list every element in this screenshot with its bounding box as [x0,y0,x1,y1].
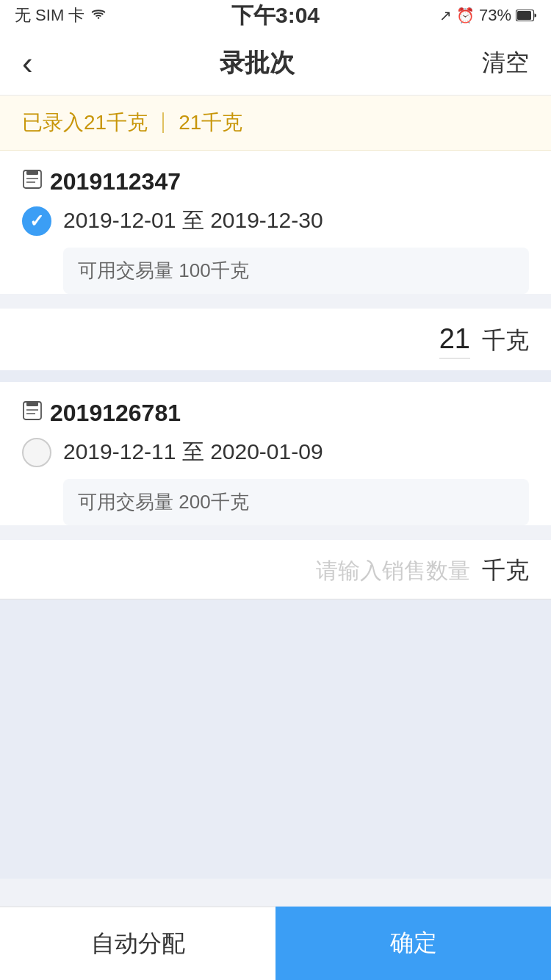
summary-divider [162,112,164,133]
batch-2-qty-placeholder: 请输入销售数量 [316,556,470,586]
batch-1-available: 可用交易量 100千克 [63,248,529,294]
battery-percent: 73% [479,6,511,25]
batch-2-radio[interactable] [22,438,51,467]
batch-1-qty-row: 21 千克 [0,309,551,370]
batch-1-date: 2019-12-01 至 2019-12-30 [63,206,323,236]
batch-card-2: 2019126781 2019-12-11 至 2020-01-09 可用交易量… [0,382,551,525]
svg-rect-1 [517,11,531,20]
batch-1-id: 2019112347 [50,168,181,195]
bottom-bar: 自动分配 确定 [0,907,551,980]
status-right: ↗ ⏰ 73% [439,5,536,26]
status-time: 下午3:04 [231,0,320,31]
batch-2-qty-unit: 千克 [482,555,529,587]
batch-1-date-row[interactable]: 2019-12-01 至 2019-12-30 [22,206,529,236]
card-divider-1 [0,370,551,382]
wifi-icon [90,6,107,25]
svg-rect-7 [26,402,38,406]
svg-rect-3 [26,170,38,175]
auto-distribute-button[interactable]: 自动分配 [0,907,276,980]
confirm-button[interactable]: 确定 [276,907,551,980]
alarm-icon: ⏰ [456,7,475,24]
page-title: 录批次 [220,46,295,80]
batch-2-id: 2019126781 [50,400,181,427]
nav-bar: ‹ 录批次 清空 [0,31,551,96]
status-bar: 无 SIM 卡 下午3:04 ↗ ⏰ 73% [0,0,551,31]
batch-1-icon [22,169,43,195]
batch-1-radio[interactable] [22,206,51,236]
batch-2-header: 2019126781 [22,400,529,427]
gray-area [0,599,551,879]
location-icon: ↗ [439,7,452,24]
batch-1-header: 2019112347 [22,168,529,195]
batch-1-qty-unit: 千克 [482,325,529,357]
batch-2-date: 2019-12-11 至 2020-01-09 [63,437,323,467]
batch-1-qty-value[interactable]: 21 [439,323,470,359]
batch-2-available: 可用交易量 200千克 [63,479,529,525]
batch-2-icon [22,400,43,426]
batch-2-input-row: 请输入销售数量 千克 [0,540,551,599]
battery-icon [516,5,536,26]
back-button[interactable]: ‹ [22,45,33,82]
total-text: 21千克 [179,109,242,137]
batch-2-date-row[interactable]: 2019-12-11 至 2020-01-09 [22,437,529,467]
no-sim-text: 无 SIM 卡 [15,4,84,26]
clear-button[interactable]: 清空 [482,47,529,79]
status-left: 无 SIM 卡 [15,4,107,26]
batch-card-1: 2019112347 2019-12-01 至 2019-12-30 可用交易量… [0,151,551,294]
recorded-text: 已录入21千克 [22,109,148,137]
summary-banner: 已录入21千克 21千克 [0,96,551,151]
